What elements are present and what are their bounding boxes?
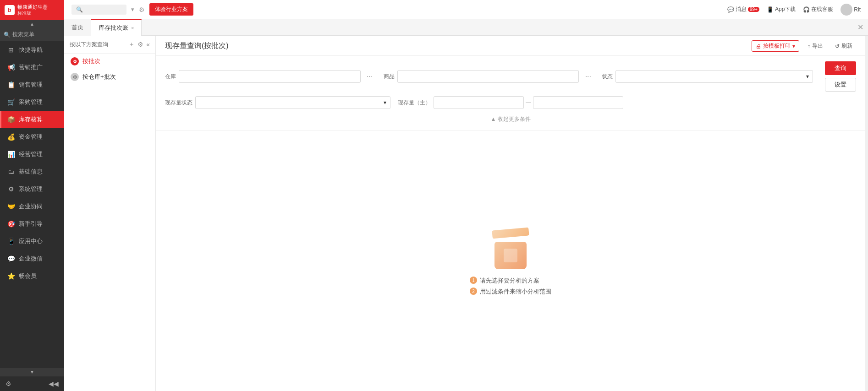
sidebar: b 畅康通好生意 标准版 ▲ 🔍 搜索菜单 ⊞ 快捷导航 📢 营销推广 📋 销售… bbox=[0, 0, 64, 391]
page-title: 现存量查询(按批次) bbox=[165, 41, 229, 51]
trial-button[interactable]: 体验行业方案 bbox=[149, 3, 193, 16]
stock-status-label: 现存量状态 bbox=[165, 99, 192, 107]
product-label: 商品 bbox=[384, 73, 395, 81]
app-name: 畅康通好生意 bbox=[17, 4, 48, 10]
empty-tip-1: 1 请先选择要分析的方案 bbox=[470, 277, 551, 285]
collapse-filters-button[interactable]: ▲ 收起更多条件 bbox=[165, 114, 856, 125]
stock-quantity-range: — bbox=[434, 96, 623, 109]
set-button[interactable]: 设置 bbox=[825, 78, 856, 92]
export-button[interactable]: ↑ 导出 bbox=[804, 41, 827, 51]
settings-button[interactable]: ⚙ bbox=[5, 380, 11, 387]
message-icon: 💬 bbox=[727, 6, 734, 13]
sidebar-item-finance[interactable]: 💰 资金管理 bbox=[0, 128, 64, 146]
solution-by-batch[interactable]: ⚙ 按批次 bbox=[64, 54, 155, 69]
solution-icon-inactive: ⚙ bbox=[71, 73, 79, 81]
status-select[interactable]: ▾ bbox=[615, 70, 813, 83]
sidebar-item-purchase[interactable]: 🛒 采购管理 bbox=[0, 93, 64, 111]
sidebar-item-enterprise[interactable]: 🤝 企业协同 bbox=[0, 198, 64, 215]
sidebar-item-base[interactable]: 🗂 基础信息 bbox=[0, 163, 64, 180]
nav-icon-quick: ⊞ bbox=[7, 46, 15, 54]
product-input[interactable] bbox=[397, 70, 579, 83]
print-button[interactable]: 🖨 按模板打印 ▾ bbox=[752, 40, 799, 52]
stock-quantity-label: 现存量（主） bbox=[398, 99, 431, 107]
sidebar-item-marketing[interactable]: 📢 营销推广 bbox=[0, 59, 64, 76]
search-icon: 🔍 bbox=[76, 6, 83, 13]
sidebar-item-sales[interactable]: 📋 销售管理 bbox=[0, 76, 64, 93]
add-solution-button[interactable]: ＋ bbox=[128, 40, 135, 49]
user-name: Rit bbox=[854, 6, 861, 13]
collapse-sidebar-button[interactable]: ◀◀ bbox=[49, 380, 59, 387]
left-panel-header: 按以下方案查询 ＋ ⚙ « bbox=[64, 36, 155, 54]
collapse-panel-button[interactable]: « bbox=[146, 41, 150, 48]
sidebar-item-app-center[interactable]: 📱 应用中心 bbox=[0, 233, 64, 250]
product-dots-button[interactable]: ··· bbox=[582, 70, 594, 83]
online-service-button[interactable]: 🎧 在线客服 bbox=[803, 5, 833, 13]
chevron-down-icon: ▾ bbox=[384, 99, 386, 106]
nav-icon-system: ⚙ bbox=[7, 185, 15, 193]
tab-bar: 首页 库存批次账 × ✕ bbox=[64, 19, 868, 36]
nav-icon-marketing: 📢 bbox=[7, 64, 15, 71]
product-field: 商品 ··· bbox=[384, 70, 595, 83]
headset-icon: 🎧 bbox=[803, 6, 810, 13]
close-panel-button[interactable]: ✕ bbox=[857, 23, 863, 31]
sidebar-footer: ⚙ ◀◀ bbox=[0, 376, 64, 391]
topbar: 🔍 ▾ ⚙ 体验行业方案 💬 消息 99+ 📱 App下载 🎧 在线客服 Ri bbox=[64, 0, 868, 19]
export-icon: ↑ bbox=[808, 43, 810, 49]
query-button[interactable]: 查询 bbox=[825, 61, 856, 75]
nav-icon-guide: 🎯 bbox=[7, 220, 15, 228]
tab-home[interactable]: 首页 bbox=[64, 19, 91, 36]
box-face bbox=[504, 249, 517, 262]
nav-icon-wechat: 💬 bbox=[7, 255, 15, 262]
sidebar-search[interactable]: 🔍 搜索菜单 bbox=[0, 28, 64, 41]
refresh-button[interactable]: ↺ 刷新 bbox=[831, 41, 856, 51]
sidebar-item-member[interactable]: ⭐ 畅会员 bbox=[0, 267, 64, 285]
status-label: 状态 bbox=[602, 73, 613, 81]
sidebar-item-quick-nav[interactable]: ⊞ 快捷导航 bbox=[0, 41, 64, 59]
user-avatar bbox=[841, 4, 852, 16]
user-profile[interactable]: Rit bbox=[841, 4, 861, 16]
nav-icon-sales: 📋 bbox=[7, 81, 15, 88]
sidebar-item-wechat[interactable]: 💬 企业微信 bbox=[0, 250, 64, 267]
page-content: 按以下方案查询 ＋ ⚙ « ⚙ 按批次 ⚙ 按仓库+批次 现存量查询(按批次) bbox=[64, 36, 868, 391]
empty-tips: 1 请先选择要分析的方案 2 用过滤条件来缩小分析范围 bbox=[470, 277, 551, 299]
empty-state: 1 请先选择要分析的方案 2 用过滤条件来缩小分析范围 bbox=[156, 131, 865, 391]
filter-area: 仓库 ··· 商品 ··· 状态 ▾ bbox=[156, 56, 865, 131]
nav-icon-operation: 📊 bbox=[7, 151, 15, 158]
main-content: 🔍 ▾ ⚙ 体验行业方案 💬 消息 99+ 📱 App下载 🎧 在线客服 Ri bbox=[64, 0, 868, 391]
solution-by-warehouse-batch[interactable]: ⚙ 按仓库+批次 bbox=[64, 69, 155, 85]
refresh-icon: ↺ bbox=[835, 43, 840, 49]
sidebar-item-operation[interactable]: 📊 经营管理 bbox=[0, 146, 64, 163]
message-badge: 99+ bbox=[748, 7, 759, 12]
sidebar-nav: ⊞ 快捷导航 📢 营销推广 📋 销售管理 🛒 采购管理 📦 库存核算 💰 资金管… bbox=[0, 41, 64, 368]
right-panel: 现存量查询(按批次) 🖨 按模板打印 ▾ ↑ 导出 ↺ 刷新 bbox=[156, 36, 865, 391]
empty-tip-2: 2 用过滤条件来缩小分析范围 bbox=[470, 288, 551, 296]
nav-icon-finance: 💰 bbox=[7, 133, 15, 141]
stock-status-select[interactable]: ▾ bbox=[195, 96, 390, 109]
app-download-button[interactable]: 📱 App下载 bbox=[767, 5, 796, 13]
filter-row-1: 仓库 ··· 商品 ··· 状态 ▾ bbox=[165, 61, 856, 92]
warehouse-dots-button[interactable]: ··· bbox=[363, 70, 376, 83]
sidebar-scroll-down[interactable]: ▼ bbox=[0, 368, 64, 376]
warehouse-label: 仓库 bbox=[165, 73, 176, 81]
stock-quantity-from[interactable] bbox=[434, 96, 524, 109]
sidebar-item-inventory[interactable]: 📦 库存核算 bbox=[0, 111, 64, 128]
warehouse-field: 仓库 ··· bbox=[165, 70, 376, 83]
sidebar-item-system[interactable]: ⚙ 系统管理 bbox=[0, 180, 64, 198]
chevron-up-icon: ▲ bbox=[490, 116, 496, 122]
message-button[interactable]: 💬 消息 99+ bbox=[727, 5, 759, 13]
app-edition: 标准版 bbox=[17, 10, 48, 16]
nav-icon-member: ⭐ bbox=[7, 272, 15, 280]
stock-quantity-to[interactable] bbox=[533, 96, 623, 109]
app-download-icon: 📱 bbox=[767, 6, 774, 13]
sidebar-scroll-up[interactable]: ▲ bbox=[0, 20, 64, 28]
sidebar-item-guide[interactable]: 🎯 新手引导 bbox=[0, 215, 64, 233]
settings-icon[interactable]: ⚙ bbox=[139, 6, 145, 13]
right-scrollbar[interactable] bbox=[865, 36, 868, 391]
tab-close-button[interactable]: × bbox=[131, 25, 134, 31]
topbar-search-area[interactable]: 🔍 bbox=[71, 5, 126, 15]
tab-inventory-batch[interactable]: 库存批次账 × bbox=[91, 19, 142, 36]
sidebar-header: b 畅康通好生意 标准版 bbox=[0, 0, 64, 20]
warehouse-input[interactable] bbox=[179, 70, 361, 83]
chevron-down-icon[interactable]: ▾ bbox=[131, 6, 134, 13]
solution-settings-button[interactable]: ⚙ bbox=[137, 41, 143, 48]
